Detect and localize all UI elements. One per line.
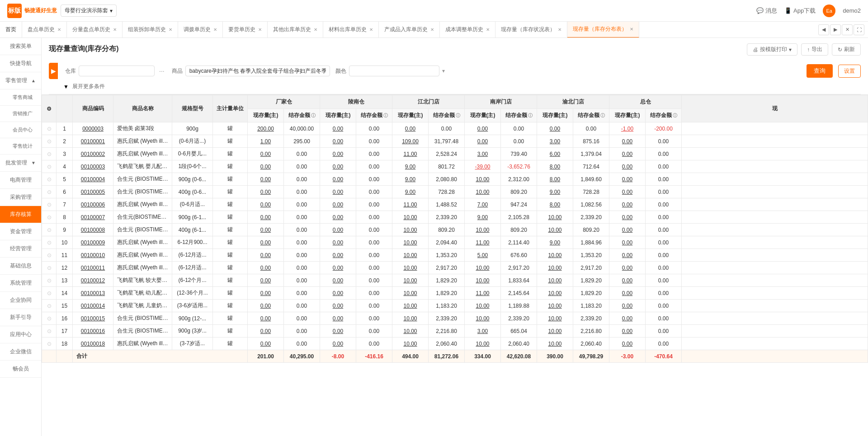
row-lingnan-stock[interactable]: 0.00 <box>320 198 356 211</box>
row-gear[interactable]: ⊙ <box>42 160 57 173</box>
row-total-stock[interactable]: 0.00 <box>609 312 646 325</box>
row-code[interactable]: 00100008 <box>73 224 113 236</box>
row-lingnan-stock[interactable]: 0.00 <box>320 173 356 186</box>
tab-next-button[interactable]: ▶ <box>830 24 841 35</box>
export-button[interactable]: ↑ 导出 <box>801 43 828 56</box>
row-yubeimen-stock[interactable]: 8.00 <box>537 198 573 211</box>
row-code[interactable]: 00100012 <box>73 274 113 287</box>
product-input[interactable] <box>185 66 330 76</box>
row-code[interactable]: 00100011 <box>73 262 113 274</box>
sidebar-item-operation[interactable]: 经营管理 <box>0 240 41 258</box>
row-lingnan-stock[interactable]: 0.00 <box>320 312 356 325</box>
row-nanshan-stock[interactable]: 5.00 <box>465 249 501 262</box>
color-input[interactable] <box>349 66 439 76</box>
row-code[interactable]: 00100006 <box>73 198 113 211</box>
row-jiangbei-stock[interactable]: 10.00 <box>392 325 429 338</box>
row-nanshan-stock[interactable]: 9.00 <box>465 211 501 224</box>
row-jiangbei-stock[interactable]: 10.00 <box>392 249 429 262</box>
row-total-stock[interactable]: 0.00 <box>609 224 646 236</box>
row-yubeimen-stock[interactable]: 10.00 <box>537 300 573 312</box>
row-lingnan-stock[interactable]: 0.00 <box>320 211 356 224</box>
row-nanshan-stock[interactable]: 10.00 <box>465 224 501 236</box>
row-gear[interactable]: ⊙ <box>42 312 57 325</box>
row-yubeimen-stock[interactable]: 8.00 <box>537 160 573 173</box>
row-lingnan-stock[interactable]: 0.00 <box>320 274 356 287</box>
sidebar-item-system[interactable]: 系统管理 <box>0 275 41 292</box>
sidebar-item-enterprise[interactable]: 企业协同 <box>0 292 41 309</box>
tab-assemble[interactable]: 组装拆卸单历史 ✕ <box>123 22 178 38</box>
row-jiangbei-stock[interactable]: 10.00 <box>392 224 429 236</box>
sidebar-item-basic[interactable]: 基础信息 <box>0 258 41 275</box>
print-button[interactable]: 🖨 按模版打印 ▾ <box>747 43 797 56</box>
row-total-stock[interactable]: 0.00 <box>609 198 646 211</box>
row-gear[interactable]: ⊙ <box>42 211 57 224</box>
row-nanshan-stock[interactable]: 10.00 <box>465 312 501 325</box>
row-factory-stock[interactable]: 0.00 <box>248 262 284 274</box>
close-icon[interactable]: ✕ <box>430 27 434 32</box>
row-yubeimen-stock[interactable]: 9.00 <box>537 186 573 198</box>
row-code[interactable]: 0000003 <box>73 122 113 135</box>
row-nanshan-stock[interactable]: 11.00 <box>465 287 501 300</box>
row-nanshan-stock[interactable]: 3.00 <box>465 325 501 338</box>
row-gear[interactable]: ⊙ <box>42 224 57 236</box>
row-lingnan-stock[interactable]: 0.00 <box>320 262 356 274</box>
row-gear[interactable]: ⊙ <box>42 198 57 211</box>
row-jiangbei-stock[interactable]: 11.00 <box>392 148 429 160</box>
row-total-stock[interactable]: 0.00 <box>609 300 646 312</box>
row-gear[interactable]: ⊙ <box>42 338 57 350</box>
sidebar-item-guide[interactable]: 新手引导 <box>0 309 41 326</box>
close-icon[interactable]: ✕ <box>630 27 633 32</box>
row-gear[interactable]: ⊙ <box>42 122 57 135</box>
row-factory-stock[interactable]: 0.00 <box>248 173 284 186</box>
close-icon[interactable]: ✕ <box>369 27 373 32</box>
sidebar-item-member[interactable]: 会员中心 <box>0 122 41 138</box>
warehouse-ellipsis-button[interactable]: ··· <box>157 67 166 75</box>
row-jiangbei-stock[interactable]: 10.00 <box>392 338 429 350</box>
close-icon[interactable]: ✕ <box>258 27 262 32</box>
row-lingnan-stock[interactable]: 0.00 <box>320 186 356 198</box>
row-code[interactable]: 00100015 <box>73 312 113 325</box>
row-factory-stock[interactable]: 0.00 <box>248 338 284 350</box>
row-nanshan-stock[interactable]: 7.00 <box>465 198 501 211</box>
row-yubeimen-stock[interactable]: 10.00 <box>537 338 573 350</box>
row-lingnan-stock[interactable]: 0.00 <box>320 300 356 312</box>
row-gear[interactable]: ⊙ <box>42 135 57 148</box>
row-nanshan-stock[interactable]: 10.00 <box>465 300 501 312</box>
row-gear[interactable]: ⊙ <box>42 148 57 160</box>
sidebar-item-retail-shop[interactable]: 零售商城 <box>0 89 41 106</box>
row-jiangbei-stock[interactable]: 10.00 <box>392 262 429 274</box>
row-lingnan-stock[interactable]: 0.00 <box>320 135 356 148</box>
row-jiangbei-stock[interactable]: 10.00 <box>392 274 429 287</box>
sidebar-item-retail[interactable]: 零售管理 ▲ <box>0 72 41 89</box>
refresh-button[interactable]: ↻ 刷新 <box>832 43 861 56</box>
row-lingnan-stock[interactable]: 0.00 <box>320 325 356 338</box>
row-gear[interactable]: ⊙ <box>42 186 57 198</box>
row-factory-stock[interactable]: 0.00 <box>248 274 284 287</box>
tab-request[interactable]: 要货单历史 ✕ <box>223 22 268 38</box>
sidebar-item-marketing[interactable]: 营销推广 <box>0 106 41 122</box>
row-code[interactable]: 00100002 <box>73 148 113 160</box>
row-nanshan-stock[interactable]: 0.00 <box>465 135 501 148</box>
sidebar-item-shortcut[interactable]: 快捷导航 <box>0 55 41 72</box>
row-jiangbei-stock[interactable]: 10.00 <box>392 236 429 249</box>
row-code[interactable]: 00100018 <box>73 338 113 350</box>
row-nanshan-stock[interactable]: 10.00 <box>465 262 501 274</box>
row-factory-stock[interactable]: 0.00 <box>248 224 284 236</box>
row-lingnan-stock[interactable]: 0.00 <box>320 287 356 300</box>
row-yubeimen-stock[interactable]: 8.00 <box>537 173 573 186</box>
row-jiangbei-stock[interactable]: 9.00 <box>392 173 429 186</box>
sidebar-item-purchase[interactable]: 采购管理 <box>0 189 41 206</box>
sidebar-item-search[interactable]: 搜索英单 <box>0 38 41 55</box>
row-yubeimen-stock[interactable]: 10.00 <box>537 249 573 262</box>
row-jiangbei-stock[interactable]: 109.00 <box>392 135 429 148</box>
row-code[interactable]: 00100003 <box>73 160 113 173</box>
industry-selector[interactable]: 母婴行业演示陈套 ▾ <box>61 5 117 17</box>
tab-product-in[interactable]: 产成品入库单历史 ✕ <box>379 22 440 38</box>
row-yubeimen-stock[interactable]: 10.00 <box>537 287 573 300</box>
row-gear[interactable]: ⊙ <box>42 262 57 274</box>
row-jiangbei-stock[interactable]: 0.00 <box>392 122 429 135</box>
row-yubeimen-stock[interactable]: 6.00 <box>537 148 573 160</box>
row-lingnan-stock[interactable]: 0.00 <box>320 249 356 262</box>
row-nanshan-stock[interactable]: 10.00 <box>465 173 501 186</box>
close-icon[interactable]: ✕ <box>57 27 61 32</box>
